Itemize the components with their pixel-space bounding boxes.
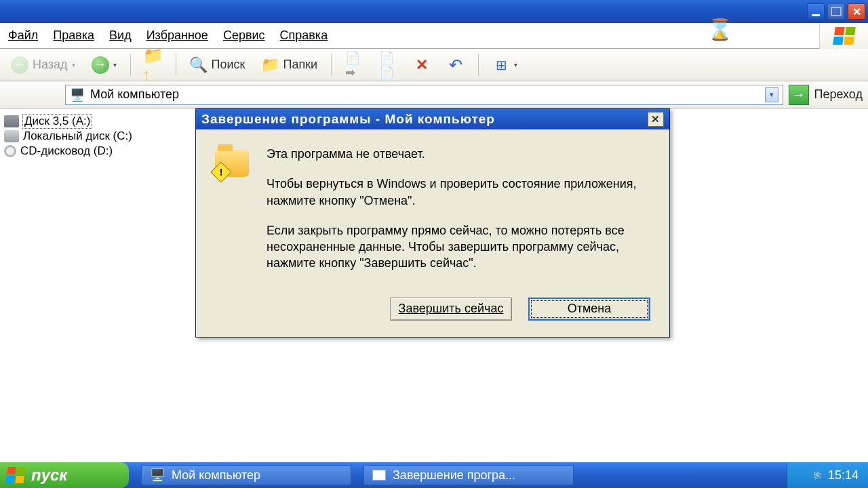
delete-icon: ✕ bbox=[413, 56, 431, 74]
cd-icon bbox=[4, 145, 16, 157]
start-button[interactable]: пуск bbox=[0, 462, 129, 488]
chevron-down-icon: ▾ bbox=[72, 61, 75, 68]
menu-edit[interactable]: Правка bbox=[53, 28, 94, 43]
menu-favorites[interactable]: Избранное bbox=[146, 28, 208, 43]
folder-icon: 📁 bbox=[261, 56, 279, 74]
close-button[interactable] bbox=[848, 3, 865, 20]
drive-label: Локальный диск (C:) bbox=[23, 129, 132, 143]
menu-view[interactable]: Вид bbox=[109, 28, 132, 43]
move-to-button[interactable]: 📄➡ bbox=[340, 54, 368, 77]
cancel-button[interactable]: Отмена bbox=[528, 298, 650, 321]
window-titlebar bbox=[0, 0, 868, 23]
dialog-line3: Если закрыть программу прямо сейчас, то … bbox=[267, 222, 650, 272]
dialog-line2: Чтобы вернуться в Windows и проверить со… bbox=[267, 176, 650, 209]
my-computer-icon: 🖥️ bbox=[70, 87, 85, 102]
window-icon bbox=[372, 470, 386, 481]
task-label: Завершение програ... bbox=[393, 468, 515, 483]
my-computer-icon: 🖥️ bbox=[150, 468, 165, 483]
dialog-close-button[interactable]: ✕ bbox=[648, 112, 664, 127]
undo-button[interactable]: ↶ bbox=[441, 54, 470, 77]
views-button[interactable]: ⊞ ▾ bbox=[487, 54, 523, 77]
separator bbox=[331, 54, 332, 76]
floppy-icon bbox=[4, 115, 19, 127]
up-button[interactable]: 📁↑ bbox=[139, 54, 167, 77]
chevron-down-icon: ▾ bbox=[514, 61, 517, 68]
back-button[interactable]: ← Назад ▾ bbox=[5, 54, 81, 77]
drive-label: Диск 3,5 (A:) bbox=[23, 115, 92, 128]
folder-up-icon: 📁↑ bbox=[144, 56, 162, 74]
task-label: Мой компьютер bbox=[172, 468, 260, 483]
menu-help[interactable]: Справка bbox=[280, 28, 328, 43]
minimize-button[interactable] bbox=[807, 3, 825, 20]
go-button[interactable]: → Переход bbox=[789, 85, 863, 105]
throbber-logo bbox=[819, 23, 868, 49]
forward-button[interactable]: → ▾ bbox=[86, 54, 122, 77]
views-icon: ⊞ bbox=[492, 56, 510, 74]
tray-icon[interactable]: ⎘ bbox=[814, 470, 820, 481]
menu-file[interactable]: Файл bbox=[8, 28, 38, 43]
menu-tools[interactable]: Сервис bbox=[223, 28, 265, 43]
maximize-button[interactable] bbox=[827, 3, 845, 20]
search-button[interactable]: 🔍 Поиск bbox=[184, 54, 251, 77]
hdd-icon bbox=[4, 130, 19, 142]
move-to-icon: 📄➡ bbox=[345, 56, 363, 74]
dialog-line1: Эта программа не отвечает. bbox=[267, 146, 650, 162]
windows-logo-icon bbox=[5, 467, 25, 483]
toolbar: ← Назад ▾ → ▾ 📁↑ 🔍 Поиск 📁 Папки 📄➡ 📄📄 ✕… bbox=[0, 49, 868, 81]
folders-label: Папки bbox=[283, 58, 317, 72]
end-now-button[interactable]: Завершить сейчас bbox=[390, 298, 512, 321]
folders-button[interactable]: 📁 Папки bbox=[256, 54, 323, 77]
separator bbox=[130, 54, 131, 76]
content-area: Диск 3,5 (A:) Локальный диск (C:) CD-дис… bbox=[0, 108, 868, 462]
taskbar-item-my-computer[interactable]: 🖥️ Мой компьютер bbox=[141, 465, 351, 485]
clock[interactable]: 15:14 bbox=[828, 468, 859, 483]
address-dropdown-button[interactable]: ▾ bbox=[765, 87, 778, 102]
copy-to-button[interactable]: 📄📄 bbox=[374, 54, 402, 77]
address-bar-row: 🖥️ Мой компьютер ▾ → Переход bbox=[0, 81, 868, 108]
dialog-icon bbox=[215, 146, 253, 285]
address-value: Мой компьютер bbox=[90, 87, 179, 102]
busy-cursor-icon: ⌛ bbox=[707, 18, 732, 41]
delete-button[interactable]: ✕ bbox=[408, 54, 436, 77]
copy-to-icon: 📄📄 bbox=[379, 56, 397, 74]
go-icon: → bbox=[789, 85, 809, 105]
arrow-right-icon: → bbox=[92, 56, 109, 74]
system-tray[interactable]: ⎘ 15:14 bbox=[787, 462, 868, 488]
separator bbox=[478, 54, 479, 76]
menu-bar: Файл Правка Вид Избранное Сервис Справка… bbox=[0, 23, 868, 49]
go-label: Переход bbox=[814, 87, 863, 102]
dialog-button-row: Завершить сейчас Отмена bbox=[196, 298, 669, 337]
search-label: Поиск bbox=[212, 58, 245, 72]
end-program-dialog: Завершение программы - Мой компьютер ✕ Э… bbox=[195, 108, 670, 338]
undo-icon: ↶ bbox=[447, 56, 465, 74]
dialog-title-text: Завершение программы - Мой компьютер bbox=[201, 112, 495, 127]
back-label: Назад bbox=[33, 58, 68, 72]
taskbar: пуск 🖥️ Мой компьютер Завершение програ.… bbox=[0, 462, 868, 488]
dialog-titlebar[interactable]: Завершение программы - Мой компьютер ✕ bbox=[196, 109, 669, 129]
arrow-left-icon: ← bbox=[11, 56, 28, 74]
dialog-text: Эта программа не отвечает. Чтобы вернуть… bbox=[267, 146, 650, 285]
search-icon: 🔍 bbox=[190, 56, 208, 74]
address-combobox[interactable]: 🖥️ Мой компьютер ▾ bbox=[65, 85, 783, 105]
chevron-down-icon: ▾ bbox=[113, 61, 117, 68]
dialog-body: Эта программа не отвечает. Чтобы вернуть… bbox=[196, 129, 669, 298]
taskbar-item-end-program[interactable]: Завершение програ... bbox=[363, 465, 574, 485]
drive-label: CD-дисковод (D:) bbox=[20, 144, 113, 158]
separator bbox=[176, 54, 176, 76]
start-label: пуск bbox=[31, 466, 68, 485]
